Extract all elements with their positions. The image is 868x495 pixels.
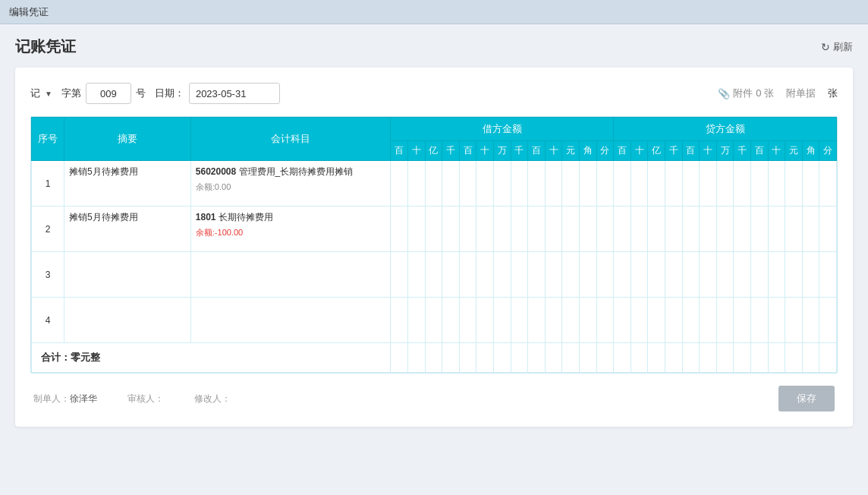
debit-cell-1-11[interactable]	[579, 207, 596, 252]
debit-cell-0-10[interactable]	[562, 161, 580, 207]
debit-cell-3-4[interactable]	[459, 298, 476, 343]
credit-cell-2-3[interactable]	[665, 252, 682, 298]
credit-cell-2-2[interactable]	[648, 252, 665, 298]
credit-cell-0-9[interactable]	[768, 161, 785, 207]
debit-cell-1-9[interactable]	[545, 207, 562, 252]
credit-cell-3-6[interactable]	[716, 298, 734, 343]
debit-cell-1-5[interactable]	[476, 207, 494, 252]
debit-cell-2-6[interactable]	[493, 252, 511, 298]
debit-cell-0-2[interactable]	[425, 161, 442, 207]
credit-cell-3-0[interactable]	[614, 298, 631, 343]
debit-cell-1-8[interactable]	[528, 207, 546, 252]
credit-cell-0-4[interactable]	[682, 161, 700, 207]
row-subject-0[interactable]: 56020008 管理费用_长期待摊费用摊销余额:0.00	[190, 161, 391, 207]
debit-cell-2-9[interactable]	[545, 252, 562, 298]
debit-cell-2-5[interactable]	[476, 252, 494, 298]
debit-cell-0-4[interactable]	[459, 161, 476, 207]
credit-cell-1-9[interactable]	[768, 207, 785, 252]
credit-cell-1-10[interactable]	[785, 207, 803, 252]
credit-cell-2-7[interactable]	[734, 252, 751, 298]
debit-cell-2-12[interactable]	[596, 252, 614, 298]
debit-cell-2-10[interactable]	[562, 252, 580, 298]
credit-cell-3-11[interactable]	[802, 298, 819, 343]
credit-cell-1-11[interactable]	[802, 207, 819, 252]
credit-cell-2-4[interactable]	[682, 252, 700, 298]
debit-cell-0-5[interactable]	[476, 161, 494, 207]
debit-cell-1-4[interactable]	[459, 207, 476, 252]
credit-cell-3-3[interactable]	[665, 298, 682, 343]
debit-cell-1-6[interactable]	[493, 207, 511, 252]
credit-cell-0-3[interactable]	[665, 161, 682, 207]
credit-cell-3-1[interactable]	[631, 298, 648, 343]
debit-cell-2-0[interactable]	[391, 252, 408, 298]
credit-cell-3-9[interactable]	[768, 298, 785, 343]
debit-cell-1-3[interactable]	[442, 207, 460, 252]
credit-cell-1-5[interactable]	[700, 207, 717, 252]
debit-cell-3-1[interactable]	[407, 298, 425, 343]
credit-cell-0-0[interactable]	[614, 161, 631, 207]
debit-cell-0-1[interactable]	[407, 161, 425, 207]
credit-cell-2-12[interactable]	[819, 252, 837, 298]
debit-cell-3-7[interactable]	[511, 298, 528, 343]
debit-cell-2-7[interactable]	[511, 252, 528, 298]
credit-cell-2-10[interactable]	[785, 252, 803, 298]
debit-cell-2-1[interactable]	[407, 252, 425, 298]
credit-cell-2-5[interactable]	[700, 252, 717, 298]
credit-cell-3-2[interactable]	[648, 298, 665, 343]
row-summary-1[interactable]: 摊销5月待摊费用	[64, 207, 191, 252]
debit-cell-0-8[interactable]	[528, 161, 546, 207]
credit-cell-0-1[interactable]	[631, 161, 648, 207]
debit-cell-1-7[interactable]	[511, 207, 528, 252]
row-summary-3[interactable]	[64, 298, 191, 343]
date-input[interactable]	[189, 83, 280, 104]
credit-cell-1-0[interactable]	[614, 207, 631, 252]
credit-cell-2-9[interactable]	[768, 252, 785, 298]
credit-cell-2-8[interactable]	[750, 252, 768, 298]
debit-cell-3-2[interactable]	[425, 298, 442, 343]
debit-cell-1-1[interactable]	[407, 207, 425, 252]
debit-cell-0-6[interactable]	[493, 161, 511, 207]
debit-cell-0-3[interactable]	[442, 161, 460, 207]
credit-cell-3-10[interactable]	[785, 298, 803, 343]
credit-cell-0-6[interactable]	[716, 161, 734, 207]
debit-cell-0-0[interactable]	[391, 161, 408, 207]
credit-cell-0-7[interactable]	[734, 161, 751, 207]
debit-cell-0-9[interactable]	[545, 161, 562, 207]
credit-cell-3-4[interactable]	[682, 298, 700, 343]
row-subject-1[interactable]: 1801 长期待摊费用余额:-100.00	[190, 207, 391, 252]
debit-cell-0-11[interactable]	[579, 161, 596, 207]
credit-cell-0-2[interactable]	[648, 161, 665, 207]
row-summary-0[interactable]: 摊销5月待摊费用	[64, 161, 191, 207]
credit-cell-1-1[interactable]	[631, 207, 648, 252]
credit-cell-1-12[interactable]	[819, 207, 837, 252]
credit-cell-2-6[interactable]	[716, 252, 734, 298]
voucher-number-input[interactable]	[86, 83, 131, 104]
debit-cell-0-12[interactable]	[596, 161, 614, 207]
credit-cell-3-5[interactable]	[700, 298, 717, 343]
debit-cell-2-2[interactable]	[425, 252, 442, 298]
row-subject-2[interactable]	[190, 252, 391, 298]
debit-cell-3-0[interactable]	[391, 298, 408, 343]
debit-cell-1-0[interactable]	[391, 207, 408, 252]
debit-cell-3-9[interactable]	[545, 298, 562, 343]
credit-cell-0-12[interactable]	[819, 161, 837, 207]
credit-cell-2-1[interactable]	[631, 252, 648, 298]
credit-cell-1-7[interactable]	[734, 207, 751, 252]
debit-cell-2-4[interactable]	[459, 252, 476, 298]
save-button[interactable]: 保存	[778, 386, 835, 411]
debit-cell-1-2[interactable]	[425, 207, 442, 252]
debit-cell-3-3[interactable]	[442, 298, 460, 343]
credit-cell-2-11[interactable]	[802, 252, 819, 298]
refresh-button[interactable]: ↻ 刷新	[821, 40, 853, 54]
debit-cell-3-12[interactable]	[596, 298, 614, 343]
debit-cell-2-8[interactable]	[528, 252, 546, 298]
debit-cell-3-11[interactable]	[579, 298, 596, 343]
debit-cell-0-7[interactable]	[511, 161, 528, 207]
debit-cell-3-10[interactable]	[562, 298, 580, 343]
debit-cell-2-11[interactable]	[579, 252, 596, 298]
debit-cell-1-10[interactable]	[562, 207, 580, 252]
credit-cell-1-8[interactable]	[750, 207, 768, 252]
row-summary-2[interactable]	[64, 252, 191, 298]
debit-cell-1-12[interactable]	[596, 207, 614, 252]
debit-cell-3-5[interactable]	[476, 298, 494, 343]
